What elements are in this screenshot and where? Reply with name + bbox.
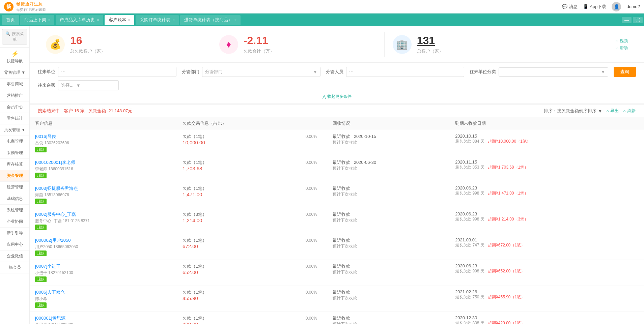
sidebar-item-wechat[interactable]: 企业微信 [0,251,29,262]
sidebar-item-operation[interactable]: 经营管理 [0,182,29,193]
overdue-date: 2021.03.01 [455,237,639,242]
sidebar-item-warehouse[interactable]: 库存核算 [0,159,29,170]
tab-home[interactable]: 首页 [2,15,19,25]
owe-percent-cell: 0.00% [300,156,327,182]
avatar[interactable]: 👤 [612,2,621,11]
dept-input[interactable]: 分管部门 ▼ [202,67,320,77]
sort-btn[interactable]: 排序：按欠款金额倒序排序 ▼ [544,108,602,114]
sidebar-item-marketing[interactable]: 营销推广 [0,90,29,101]
sidebar-item-quick-nav[interactable]: ⚡ 快捷导航 [0,48,29,67]
tab-inbound-stats[interactable]: 进货单统计表（按商品） × [180,15,241,25]
sidebar-item-system[interactable]: 系统管理 [0,205,29,216]
customer-badge: 现款 [35,199,47,204]
search-menu-btn[interactable]: 🔍 搜索菜单 [2,29,27,45]
collapse-btn[interactable]: ⋀ 收起更多条件 [323,94,352,99]
owe-percent-cell: 0.00% [300,286,327,312]
owe-info-cell: 欠款（3笔） 1,214.00 [177,208,300,234]
tab-maximize-btn[interactable]: ⛶ [633,17,643,23]
video-link[interactable]: ⊙ 视频 [615,38,628,44]
close-icon[interactable]: × [234,18,236,22]
overdue-days-row: 最长欠款 998 天 超期¥652.00（1笔） [455,268,639,274]
sidebar-item-app-center[interactable]: 应用中心 [0,239,29,251]
overdue-link[interactable]: 超期¥1,471.00（1笔） [488,191,528,196]
overdue-link[interactable]: 超期¥1,214.00（3笔） [488,217,528,222]
sidebar-item-finance[interactable]: 资金管理 [0,170,29,182]
sidebar-item-new-guide[interactable]: 新手引导 [0,228,29,239]
tab-product-history[interactable]: 产成品入库单历史 × [56,15,103,25]
refresh-icon: ○ [623,109,626,114]
customer-name[interactable]: [000002]用户2050 [35,237,172,243]
unit-classify-input[interactable]: ▼ [499,67,608,77]
app-download-btn[interactable]: 📱 App下载 [583,4,606,10]
tab-customer-account[interactable]: 客户账本 × [105,15,134,25]
owe-percent: 0.00% [306,290,322,295]
refresh-btn[interactable]: ○ 刷新 [623,108,636,114]
customer-name[interactable]: [0003]畅捷服务尹海燕 [35,185,172,192]
overdue-link[interactable]: 超期¥652.00（1笔） [488,269,525,273]
table-row: [0016]吕俊 吕俊 13026203696 现款 欠款（1笔） 10,000… [30,130,644,156]
overdue-days: 最长欠款 884 天 [455,139,486,144]
filter-from-unit: 往来单位 ··· [38,67,176,77]
customer-name[interactable]: [000001]黄思源 [35,315,172,321]
customer-phone: 吕俊 13026203696 [35,140,172,146]
sidebar-item-vip[interactable]: 畅会员 [0,262,29,273]
sidebar-item-basic-info[interactable]: 基础信息 [0,193,29,205]
stat-icon-owe-amount: ♦ [219,35,238,54]
sidebar-item-retail-mgmt[interactable]: 零售管理 ▼ [0,67,29,79]
overdue-link[interactable]: 超期¥1,703.68（1笔） [488,165,528,170]
owe-count: 欠款（1笔） [183,185,295,192]
tab-purchase-order[interactable]: 采购订单统计表 × [136,15,178,25]
logo-icon: 畅 [4,2,13,11]
dept-placeholder: 分管部门 [205,69,223,75]
from-unit-dots: ··· [61,69,65,75]
sidebar-item-batch-mgmt[interactable]: 批发管理 ▼ [0,124,29,136]
customer-badge: 现款 [35,173,47,178]
overdue-days-row: 最长欠款 747 天 超期¥672.00（1笔） [455,242,639,248]
quick-nav-icon: ⚡ [1,50,28,58]
close-icon[interactable]: × [128,18,130,22]
sidebar-item-enterprise[interactable]: 企业协同 [0,216,29,228]
table-row: [000002]用户2050 用户2050 18665062050 现款 欠款（… [30,234,644,260]
help-link[interactable]: ⊙ 帮助 [615,45,628,51]
stat-number-owe-amount: -2.11 [244,34,274,47]
tab-product-shelf[interactable]: 商品上下架 × [20,15,54,25]
overdue-link[interactable]: 超期¥10,000.00（1笔） [488,139,531,144]
balance-arrow: ▼ [76,83,81,88]
customer-name[interactable]: [0001020001]李老师 [35,159,172,166]
stat-icon-owe-customers: 💰 [46,35,65,54]
sidebar-item-purchase[interactable]: 采购管理 [0,147,29,159]
sidebar-item-retail-stats[interactable]: 零售统计 [0,113,29,124]
owe-info-cell: 欠款（1笔） 1,471.00 [177,182,300,208]
sidebar-item-member[interactable]: 会员中心 [0,101,29,113]
sidebar-item-ecommerce[interactable]: 电商管理 [0,136,29,147]
recover-sub: 预计下次收款 [333,166,444,171]
sidebar-item-retail-mall[interactable]: 零售商城 [0,79,29,90]
filter-area: 往来单位 ··· 分管部门 分管部门 ▼ 分管人员 ··· [30,63,644,104]
overdue-link[interactable]: 超期¥672.00（1笔） [488,243,525,247]
close-icon[interactable]: × [48,18,50,22]
balance-select[interactable]: 选择... ▼ [58,80,119,90]
search-button[interactable]: 查询 [614,67,636,77]
collapse-label: 收起更多条件 [327,94,352,99]
owe-count: 欠款（1笔） [183,237,295,243]
customer-name[interactable]: [0006]去下粮仓 [35,289,172,295]
logo-sub: 母婴行业演示账套 [16,7,46,12]
overdue-date: 2020.06.23 [455,263,639,268]
customer-badge: 现款 [35,147,47,152]
person-input[interactable]: ··· [346,67,465,77]
close-icon[interactable]: × [97,18,99,22]
customer-name[interactable]: [0016]吕俊 [35,134,172,140]
customer-name[interactable]: [0002]服务中心_丁磊 [35,211,172,217]
overdue-link[interactable]: 超期¥455.90（1笔） [488,295,525,299]
export-btn[interactable]: ○ 导出 [606,108,619,114]
from-unit-input[interactable]: ··· [58,67,176,77]
sidebar-search[interactable]: 🔍 搜索菜单 [0,26,29,48]
recover-date: 最近收款 [333,315,444,321]
recover-sub: 预计下次收款 [333,321,444,324]
recover-cell: 最近收款 预计下次收款 [327,286,450,312]
customer-name[interactable]: [0007]小进干 [35,263,172,269]
close-icon[interactable]: × [172,18,174,22]
tab-minimize-btn[interactable]: — [622,17,632,23]
message-btn[interactable]: 💬 消息 [562,4,578,10]
overdue-link[interactable]: 超期¥429.00（1笔） [488,321,525,324]
